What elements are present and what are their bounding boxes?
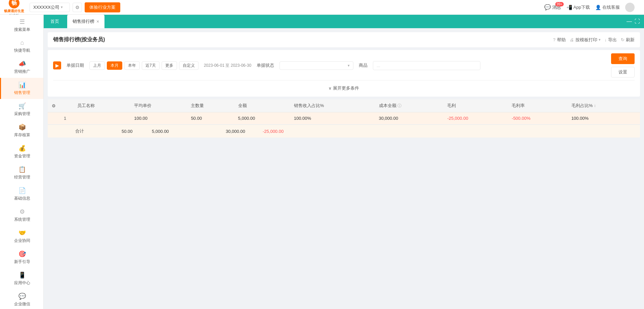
sidebar-icon-marketing: 📣 [18,60,26,67]
industry-button[interactable]: 体验行业方案 [85,2,120,12]
data-table: ⚙ 员工名称 平均单价 主数量 全额 销售收入占比% 成本全额 ⓘ 毛利 [48,99,640,124]
message-icon: 💬 [544,4,551,10]
print-chevron-icon: ▾ [599,38,601,42]
sidebar-item-marketing[interactable]: 📣 营销推广 [0,57,43,78]
cost-info-icon[interactable]: ⓘ [397,103,401,108]
status-select-chevron-icon: ▾ [348,63,350,68]
date-pill-上月[interactable]: 上月 [89,61,105,70]
export-button[interactable]: ↓ 导出 [605,37,617,43]
col-amount: 全额 [234,99,290,112]
app-download-button[interactable]: 📲 App下载 [566,4,590,10]
sidebar-label-app: 应用中心 [14,280,30,286]
page-header: 销售排行榜(按业务员) ? 帮助 🖨 按模板打印 ▾ ↓ [48,32,640,47]
message-button[interactable]: 💬 消息 99+ [544,4,561,10]
date-pill-本月[interactable]: 本月 [107,61,122,70]
tab-close-icon[interactable]: × [96,19,99,24]
filter-area: ▶ 单据日期 上月本月本年近7天更多自定义 2023-06-01 至 2023-… [48,50,640,97]
filter-arrow-button[interactable]: ▶ [53,61,61,69]
gross-ratio-info-icon[interactable]: ↕ [594,103,596,108]
sidebar-item-search[interactable]: ☰ 搜索菜单 [0,15,43,36]
sidebar-item-basic[interactable]: 📄 基础信息 [0,184,43,205]
settings-button[interactable]: ⚙ [73,3,82,12]
company-chevron-icon: ▾ [61,5,63,9]
sidebar-item-sales[interactable]: 📊 销售管理 [0,78,43,99]
sidebar-item-collab[interactable]: 🤝 企业协同 [0,226,43,247]
refresh-button[interactable]: ↻ 刷新 [621,37,635,43]
sidebar-icon-inventory: 📦 [18,123,26,131]
sidebar-item-guide[interactable]: 🎯 新手引导 [0,247,43,268]
sidebar-label-basic: 基础信息 [14,196,30,201]
sidebar-item-operation[interactable]: 📋 经营管理 [0,162,43,184]
table-footer: 合计 50.00 5,000.00 30,000.00 [48,124,640,138]
sidebar-icon-app: 📱 [18,271,26,279]
sidebar-item-nav[interactable]: ⌂ 快捷导航 [0,36,43,57]
col-avg-price: 平均单价 [130,99,187,112]
online-service-button[interactable]: 👤 在线客服 [595,4,620,10]
sidebar-item-finance[interactable]: 💰 资金管理 [0,141,43,162]
query-actions: 查询 设置 [611,53,635,78]
sidebar-item-system[interactable]: ⚙ 系统管理 [0,205,43,226]
sidebar-icon-operation: 📋 [18,166,26,173]
refresh-icon: ↻ [621,37,625,42]
sidebar-icon-system: ⚙ [19,208,25,215]
table-header-row: ⚙ 员工名称 平均单价 主数量 全额 销售收入占比% 成本全额 ⓘ 毛利 [48,99,640,112]
expand-more-button[interactable]: ∨ 展开更多条件 [53,83,635,93]
sidebar-item-app[interactable]: 📱 应用中心 [0,268,43,289]
cell-settings [48,112,60,124]
sidebar-label-nav: 快捷导航 [14,48,30,53]
date-pill-本年[interactable]: 本年 [124,61,140,70]
date-pill-更多[interactable]: 更多 [162,61,177,70]
sidebar-icon-purchase: 🛒 [18,102,26,110]
avatar[interactable] [625,3,635,12]
help-icon: ? [553,37,555,42]
help-button[interactable]: ? 帮助 [553,37,565,43]
table-row: 1 100.00 50.00 5,000.00 100.00% 30,000.0… [48,112,640,124]
sidebar-icon-finance: 💰 [18,145,26,152]
date-pills: 上月本月本年近7天更多自定义 [89,61,199,70]
tab-bar: 首页 销售排行榜 × — ⛶ [44,15,644,28]
col-settings: ⚙ [48,99,60,112]
expand-icon: ∨ [329,86,332,91]
sidebar-label-inventory: 库存核算 [14,132,30,138]
sidebar-icon-sales: 📊 [18,81,26,89]
tab-home[interactable]: 首页 [44,15,66,28]
sidebar-icon-basic: 📄 [18,187,26,194]
print-button[interactable]: 🖨 按模板打印 ▾ [570,37,601,43]
page-title: 销售排行榜(按业务员) [53,36,105,43]
sidebar-label-operation: 经营管理 [14,174,30,180]
content-area: 首页 销售排行榜 × — ⛶ 销售排行榜(按业务员) ? [44,15,644,309]
filter-arrow-icon: ▶ [55,63,59,68]
minimize-icon[interactable]: — [627,18,632,24]
sidebar-label-marketing: 营销推广 [14,69,30,74]
query-button[interactable]: 查询 [611,53,635,64]
sidebar-label-finance: 资金管理 [14,153,30,159]
company-selector[interactable]: XXXXXX公司 ▾ [30,3,70,12]
maximize-icon[interactable]: ⛶ [635,18,640,24]
sidebar-item-inventory[interactable]: 📦 库存核算 [0,120,43,141]
date-pill-近7天[interactable]: 近7天 [142,61,160,70]
sidebar-label-collab: 企业协同 [14,238,30,244]
online-service-label: 在线客服 [602,4,620,10]
print-icon: 🖨 [570,37,574,42]
settings-small-button[interactable]: 设置 [611,67,635,78]
status-filter-label: 单据状态 [257,62,274,68]
sidebar-item-purchase[interactable]: 🛒 采购管理 [0,99,43,120]
sidebar-label-wechat: 企业微信 [14,301,30,307]
col-cost: 成本全额 ⓘ [375,99,443,112]
col-name: 员工名称 [73,99,130,112]
sidebar-icon-guide: 🎯 [18,250,26,258]
tab-bar-right: — ⛶ [627,18,644,24]
goods-input[interactable]: ... [373,61,480,70]
export-label: 导出 [608,37,617,43]
cell-cost: 30,000.00 [375,112,443,124]
cell-amount: 5,000.00 [234,112,290,124]
tab-sales-ranking[interactable]: 销售排行榜 × [67,15,104,28]
footer-amount: 5,000.00 [152,129,185,134]
sidebar-item-wechat[interactable]: 💬 企业微信 [0,289,43,309]
status-select[interactable]: ▾ [280,61,353,70]
date-pill-自定义[interactable]: 自定义 [179,61,199,70]
top-bar: 畅 畅康通好生意 标准版 XXXXXX公司 ▾ ⚙ 体验行业方案 💬 消息 99… [0,0,644,15]
footer-quantity: 50.00 [122,129,152,134]
sidebar-icon-search: ☰ [19,18,25,25]
cell-sales-ratio: 100.00% [290,112,375,124]
